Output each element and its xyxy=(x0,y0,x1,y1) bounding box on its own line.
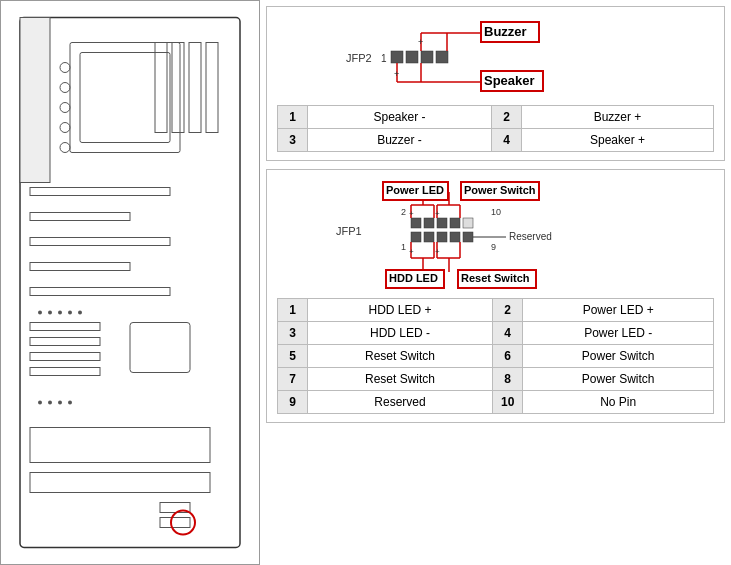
svg-text:JFP2: JFP2 xyxy=(346,52,372,64)
svg-rect-25 xyxy=(160,518,190,528)
svg-text:Speaker: Speaker xyxy=(484,73,535,88)
svg-rect-66 xyxy=(463,218,473,228)
svg-rect-65 xyxy=(450,218,460,228)
svg-point-33 xyxy=(48,401,52,405)
svg-rect-17 xyxy=(30,323,100,331)
svg-point-31 xyxy=(78,311,82,315)
pin-number: 10 xyxy=(492,391,522,414)
svg-rect-9 xyxy=(172,43,184,133)
pin-name: Speaker - xyxy=(308,106,492,129)
svg-point-32 xyxy=(38,401,42,405)
svg-text:1: 1 xyxy=(381,53,387,64)
jfp1-diagram: JFP1 2 1 10 9 xyxy=(277,180,714,290)
pin-number: 2 xyxy=(492,299,522,322)
svg-text:Buzzer: Buzzer xyxy=(484,24,527,39)
table-row: 3 Buzzer - 4 Speaker + xyxy=(278,129,714,152)
svg-rect-63 xyxy=(424,218,434,228)
svg-text:+: + xyxy=(435,247,440,256)
svg-rect-36 xyxy=(20,18,50,183)
svg-text:10: 10 xyxy=(491,207,501,217)
svg-rect-23 xyxy=(30,473,210,493)
svg-text:9: 9 xyxy=(491,242,496,252)
motherboard-diagram xyxy=(10,10,250,555)
svg-text:JFP1: JFP1 xyxy=(336,225,362,237)
pin-number: 4 xyxy=(492,322,522,345)
svg-text:+: + xyxy=(394,69,399,79)
svg-rect-2 xyxy=(80,53,170,143)
svg-rect-1 xyxy=(70,43,180,153)
svg-rect-41 xyxy=(421,51,433,63)
svg-point-29 xyxy=(58,311,62,315)
pin-name: HDD LED - xyxy=(308,322,493,345)
pin-name: Power LED + xyxy=(523,299,714,322)
pin-name: Reset Switch xyxy=(308,345,493,368)
svg-point-7 xyxy=(60,143,70,153)
right-panel: JFP2 1 + Buzzer xyxy=(260,0,731,565)
svg-point-26 xyxy=(171,511,195,535)
pin-name: HDD LED + xyxy=(308,299,493,322)
pin-name: No Pin xyxy=(523,391,714,414)
svg-text:+: + xyxy=(409,209,414,218)
svg-rect-42 xyxy=(436,51,448,63)
svg-text:Power Switch: Power Switch xyxy=(464,184,536,196)
table-row: 1 HDD LED + 2 Power LED + xyxy=(278,299,714,322)
pin-number: 7 xyxy=(278,368,308,391)
svg-rect-11 xyxy=(206,43,218,133)
pin-name: Power Switch xyxy=(523,345,714,368)
svg-rect-21 xyxy=(130,323,190,373)
pin-number: 3 xyxy=(278,322,308,345)
svg-point-6 xyxy=(60,123,70,133)
pin-name: Power Switch xyxy=(523,368,714,391)
svg-rect-10 xyxy=(189,43,201,133)
svg-rect-20 xyxy=(30,368,100,376)
svg-text:Reset Switch: Reset Switch xyxy=(461,272,530,284)
jfp2-box: JFP2 1 + Buzzer xyxy=(266,6,725,161)
svg-text:+: + xyxy=(418,37,423,47)
pin-number: 8 xyxy=(492,368,522,391)
svg-rect-19 xyxy=(30,353,100,361)
svg-rect-22 xyxy=(30,428,210,463)
jfp1-box: JFP1 2 1 10 9 xyxy=(266,169,725,423)
svg-rect-69 xyxy=(437,232,447,242)
svg-text:+: + xyxy=(435,209,440,218)
svg-point-5 xyxy=(60,103,70,113)
svg-text:Power LED: Power LED xyxy=(386,184,444,196)
pin-name: Reserved xyxy=(308,391,493,414)
svg-rect-68 xyxy=(424,232,434,242)
pin-number: 3 xyxy=(278,129,308,152)
svg-point-28 xyxy=(48,311,52,315)
svg-rect-70 xyxy=(450,232,460,242)
table-row: 3 HDD LED - 4 Power LED - xyxy=(278,322,714,345)
pin-number: 1 xyxy=(278,106,308,129)
svg-point-4 xyxy=(60,83,70,93)
pin-number: 4 xyxy=(491,129,521,152)
table-row: 1 Speaker - 2 Buzzer + xyxy=(278,106,714,129)
svg-rect-64 xyxy=(437,218,447,228)
pin-number: 9 xyxy=(278,391,308,414)
pin-name: Speaker + xyxy=(521,129,713,152)
pin-name: Buzzer - xyxy=(308,129,492,152)
svg-rect-12 xyxy=(30,188,170,196)
svg-rect-39 xyxy=(391,51,403,63)
pin-number: 2 xyxy=(491,106,521,129)
svg-rect-40 xyxy=(406,51,418,63)
pin-name: Reset Switch xyxy=(308,368,493,391)
svg-text:HDD LED: HDD LED xyxy=(389,272,438,284)
svg-text:1: 1 xyxy=(401,242,406,252)
pin-name: Buzzer + xyxy=(521,106,713,129)
svg-rect-67 xyxy=(411,232,421,242)
jfp1-table: 1 HDD LED + 2 Power LED + 3 HDD LED - 4 … xyxy=(277,298,714,414)
table-row: 7 Reset Switch 8 Power Switch xyxy=(278,368,714,391)
pin-number: 5 xyxy=(278,345,308,368)
table-row: 9 Reserved 10 No Pin xyxy=(278,391,714,414)
table-row: 5 Reset Switch 6 Power Switch xyxy=(278,345,714,368)
svg-rect-8 xyxy=(155,43,167,133)
svg-text:2: 2 xyxy=(401,207,406,217)
pin-name: Power LED - xyxy=(523,322,714,345)
svg-text:+: + xyxy=(409,247,414,256)
svg-point-35 xyxy=(68,401,72,405)
svg-rect-16 xyxy=(30,288,170,296)
svg-rect-14 xyxy=(30,238,170,246)
svg-rect-18 xyxy=(30,338,100,346)
jfp2-table: 1 Speaker - 2 Buzzer + 3 Buzzer - 4 Spea… xyxy=(277,105,714,152)
